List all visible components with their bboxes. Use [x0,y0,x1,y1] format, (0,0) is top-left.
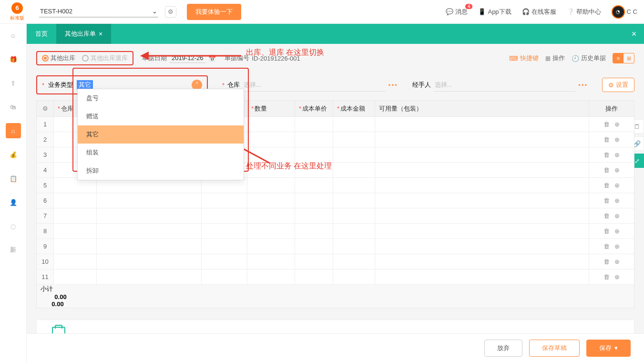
cell-qty[interactable] [247,117,295,132]
add-icon[interactable]: ⊕ [614,228,620,235]
cell-unit[interactable] [202,254,247,269]
delete-icon[interactable]: 🗑 [603,228,610,235]
cell-amt[interactable] [333,224,375,238]
cell-qty[interactable] [247,208,295,223]
add-icon[interactable]: ⊕ [614,258,620,265]
add-icon[interactable]: ⊕ [614,212,620,219]
cell-no[interactable] [97,208,202,223]
cell-cost[interactable] [295,147,333,162]
cell-amt[interactable] [333,269,375,284]
user-menu[interactable]: ◔ C C [612,5,637,19]
app-download-link[interactable]: 📱 App下载 [478,8,511,16]
dropdown-item[interactable]: 赠送 [78,107,244,125]
radio-return[interactable]: 其他出库退库 [82,54,128,62]
gear-icon[interactable]: ⚙ [165,6,176,18]
cell-unit[interactable] [202,269,247,284]
cell-unit[interactable] [202,239,247,254]
dropdown-item[interactable]: 拆卸 [78,162,244,180]
cell-cost[interactable] [295,239,333,254]
cell-amt[interactable] [333,117,375,132]
nav-gift-icon[interactable]: 🎁 [6,52,21,67]
delete-icon[interactable]: 🗑 [603,182,610,189]
cell-avail[interactable] [375,178,589,193]
cell-amt[interactable] [333,193,375,208]
nav-refresh-icon[interactable]: ◌ [6,218,21,234]
cell-avail[interactable] [375,269,589,284]
table-row[interactable]: 6🗑⊕ [37,193,634,208]
nav-new-icon[interactable]: 新 [6,242,21,258]
add-icon[interactable]: ⊕ [614,273,620,280]
cell-amt[interactable] [333,254,375,269]
cell-avail[interactable] [375,163,589,177]
cell-qty[interactable] [247,224,295,238]
cell-amt[interactable] [333,239,375,254]
cell-qty[interactable] [247,147,295,162]
cell-cost[interactable] [295,193,333,208]
cell-no[interactable] [97,239,202,254]
cell-qty[interactable] [247,254,295,269]
handler-input[interactable]: 选择... [434,79,576,92]
radio-outbound[interactable]: 其他出库 [42,54,75,62]
cell-cost[interactable] [295,254,333,269]
add-icon[interactable]: ⊕ [614,151,620,158]
more-icon[interactable]: ••• [578,82,588,89]
cell-warehouse[interactable] [54,254,97,269]
delete-icon[interactable]: 🗑 [603,243,610,250]
delete-icon[interactable]: 🗑 [603,151,610,158]
cell-no[interactable] [97,254,202,269]
nav-contact-icon[interactable]: 👤 [6,195,21,210]
close-icon[interactable]: × [99,30,102,38]
tab-home[interactable]: 首页 [27,24,56,44]
cell-cost[interactable] [295,224,333,238]
cell-amt[interactable] [333,132,375,147]
cell-qty[interactable] [247,178,295,193]
cell-avail[interactable] [375,254,589,269]
delete-icon[interactable]: 🗑 [603,136,610,143]
cell-amt[interactable] [333,178,375,193]
table-row[interactable]: 11🗑⊕ [37,269,634,285]
delete-icon[interactable]: 🗑 [603,166,610,174]
cell-amt[interactable] [333,147,375,162]
save-draft-button[interactable]: 保存草稿 [529,340,580,357]
cell-avail[interactable] [375,239,589,254]
cell-warehouse[interactable] [54,193,97,208]
cell-warehouse[interactable] [54,224,97,238]
nav-inbound-icon[interactable]: ⇧ [6,75,21,91]
add-icon[interactable]: ⊕ [614,197,620,204]
dropdown-item[interactable]: 盘亏 [78,89,244,107]
cell-avail[interactable] [375,117,589,132]
cell-qty[interactable] [247,132,295,147]
cell-avail[interactable] [375,208,589,223]
table-row[interactable]: 8🗑⊕ [37,224,634,239]
help-link[interactable]: ❔ 帮助中心 [567,8,601,16]
cell-cost[interactable] [295,132,333,147]
more-icon[interactable]: ••• [388,82,398,89]
service-link[interactable]: 🎧 在线客服 [522,8,556,16]
cell-no[interactable] [97,224,202,238]
cell-qty[interactable] [247,239,295,254]
view-grid-button[interactable]: ⊞ [624,53,634,63]
cell-unit[interactable] [202,193,247,208]
cell-cost[interactable] [295,178,333,193]
cell-warehouse[interactable] [54,269,97,284]
calendar-icon[interactable]: 📅 [208,55,216,62]
cell-no[interactable] [97,269,202,284]
nav-bag-icon[interactable]: 🛍 [6,99,21,114]
add-icon[interactable]: ⊕ [614,121,620,128]
add-icon[interactable]: ⊕ [614,243,620,250]
operate-link[interactable]: ⊞操作 [545,54,565,62]
cell-warehouse[interactable] [54,239,97,254]
view-list-button[interactable]: ≡ [613,53,624,63]
discard-button[interactable]: 放弃 [484,340,522,357]
dropdown-item-selected[interactable]: 其它 [78,125,244,144]
cell-unit[interactable] [202,224,247,238]
tenant-select[interactable]: TEST-H002 ⌄ [39,6,158,18]
cell-cost[interactable] [295,117,333,132]
cell-no[interactable] [97,193,202,208]
warehouse-input[interactable]: 选择... [243,79,386,92]
doc-date-value[interactable]: 2019-12-26 [170,53,205,63]
add-icon[interactable]: ⊕ [614,136,620,143]
nav-money-icon[interactable]: 💰 [6,147,21,162]
cell-amt[interactable] [333,163,375,177]
delete-icon[interactable]: 🗑 [603,273,610,280]
